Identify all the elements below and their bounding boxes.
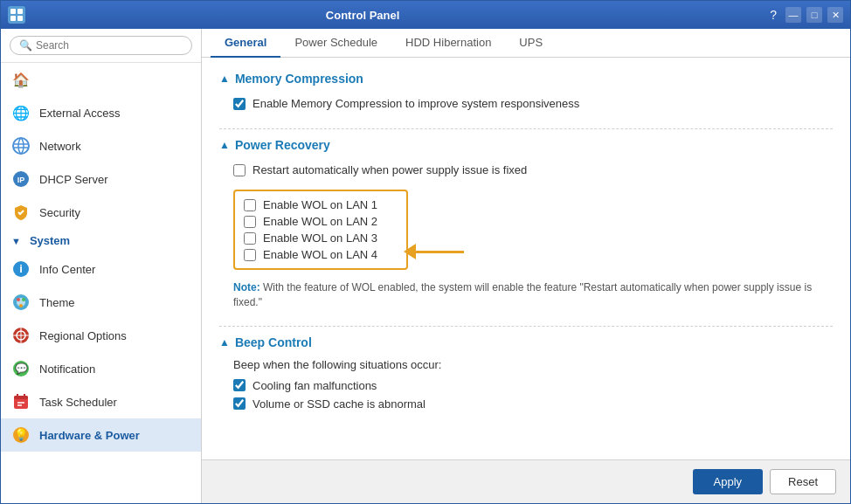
wol-lan3-checkbox[interactable] <box>244 232 256 245</box>
sidebar-label-security: Security <box>39 206 80 219</box>
hardware-power-icon: 💡 <box>11 425 31 445</box>
panel-content: ▲ Memory Compression Enable Memory Compr… <box>202 58 850 459</box>
sidebar-label-task-scheduler: Task Scheduler <box>39 396 117 409</box>
svg-point-4 <box>13 138 29 154</box>
wol-lan4-checkbox[interactable] <box>244 249 256 261</box>
section-body-memory-compression: Enable Memory Compression to improve sys… <box>219 94 833 113</box>
home-icon: 🏠 <box>11 70 31 89</box>
sidebar-item-regional[interactable]: Regional Options <box>1 319 201 352</box>
sidebar-item-network[interactable]: Network <box>1 129 201 162</box>
svg-point-13 <box>17 298 20 301</box>
window-title: Control Panel <box>25 9 700 22</box>
tab-hdd-hibernation[interactable]: HDD Hibernation <box>391 29 505 58</box>
main-window: Control Panel ? — □ ✕ 🔍 🏠 🌐 External <box>0 0 851 504</box>
chevron-icon-beep: ▲ <box>219 336 230 349</box>
svg-rect-0 <box>10 9 16 14</box>
svg-rect-1 <box>17 9 23 14</box>
svg-point-14 <box>22 298 25 301</box>
search-input[interactable] <box>36 39 183 52</box>
wol-lan4-label: Enable WOL on LAN 4 <box>263 248 377 261</box>
svg-text:💬: 💬 <box>15 362 28 375</box>
note-content: With the feature of WOL enabled, the sys… <box>233 281 812 308</box>
tab-ups[interactable]: UPS <box>505 29 557 58</box>
restart-auto-label: Restart automatically when power supply … <box>253 163 527 176</box>
sidebar-item-notification[interactable]: 💬 Notification <box>1 352 201 385</box>
sidebar-section-system: ▼ System <box>1 229 201 252</box>
theme-icon <box>11 293 31 312</box>
wol-row-lan3: Enable WOL on LAN 3 <box>244 230 398 246</box>
restart-auto-checkbox[interactable] <box>233 164 246 176</box>
checkbox-row-cooling-fan: Cooling fan malfunctions <box>233 376 833 395</box>
cooling-fan-label: Cooling fan malfunctions <box>253 379 377 392</box>
svg-rect-23 <box>14 396 28 399</box>
search-box: 🔍 <box>10 36 192 55</box>
title-bar-left <box>8 6 25 24</box>
arrow-annotation <box>404 244 464 259</box>
wol-row-lan1: Enable WOL on LAN 1 <box>244 197 398 213</box>
sidebar-label-theme: Theme <box>39 296 74 309</box>
sidebar-label-hardware-power: Hardware & Power <box>39 429 140 442</box>
svg-rect-2 <box>10 16 16 21</box>
section-label-power-recovery: Power Recovery <box>235 138 330 152</box>
sidebar-label-notification: Notification <box>39 362 95 376</box>
volume-ssd-label: Volume or SSD cache is abnormal <box>253 397 426 411</box>
wol-lan3-label: Enable WOL on LAN 3 <box>263 231 377 245</box>
sidebar: 🔍 🏠 🌐 External Access <box>1 29 202 503</box>
sidebar-label-info-center: Info Center <box>39 263 95 276</box>
section-memory-compression: ▲ Memory Compression Enable Memory Compr… <box>219 72 833 113</box>
wol-lan2-label: Enable WOL on LAN 2 <box>263 215 377 228</box>
section-body-power-recovery: Restart automatically when power supply … <box>219 161 833 310</box>
tab-power-schedule[interactable]: Power Schedule <box>280 29 391 58</box>
sidebar-item-hardware-power[interactable]: 💡 Hardware & Power <box>1 418 201 452</box>
section-beep-control: ▲ Beep Control Beep when the following s… <box>219 335 833 413</box>
sidebar-item-task-scheduler[interactable]: Task Scheduler <box>1 385 201 418</box>
divider-1 <box>219 128 833 129</box>
svg-rect-3 <box>17 16 23 21</box>
sidebar-item-theme[interactable]: Theme <box>1 286 201 319</box>
volume-ssd-checkbox[interactable] <box>233 397 246 410</box>
tab-general[interactable]: General <box>211 29 280 58</box>
security-icon <box>11 203 31 222</box>
note-label: Note: <box>233 281 260 293</box>
apply-button[interactable]: Apply <box>693 469 764 494</box>
wol-lan1-checkbox[interactable] <box>244 199 256 211</box>
sidebar-item-home[interactable]: 🏠 <box>1 63 201 96</box>
close-button[interactable]: ✕ <box>827 7 843 23</box>
section-power-recovery: ▲ Power Recovery Restart automatically w… <box>219 138 833 310</box>
sidebar-label-network: Network <box>39 140 81 153</box>
info-center-icon: i <box>11 259 31 279</box>
task-scheduler-icon <box>11 392 31 411</box>
wol-note: Note: With the feature of WOL enabled, t… <box>233 280 833 310</box>
svg-text:i: i <box>19 262 23 275</box>
sidebar-label-dhcp: DHCP Server <box>39 173 108 186</box>
sidebar-search-container: 🔍 <box>1 29 201 63</box>
svg-text:IP: IP <box>17 176 25 184</box>
enable-mc-label: Enable Memory Compression to improve sys… <box>253 97 579 110</box>
sidebar-item-security[interactable]: Security <box>1 196 201 229</box>
section-title-beep-control: ▲ Beep Control <box>219 335 833 349</box>
sidebar-item-external-access[interactable]: 🌐 External Access <box>1 96 201 129</box>
wol-lan2-checkbox[interactable] <box>244 216 256 228</box>
checkbox-row-volume-ssd: Volume or SSD cache is abnormal <box>233 395 833 413</box>
section-title-memory-compression: ▲ Memory Compression <box>219 72 833 86</box>
enable-mc-checkbox[interactable] <box>233 98 246 110</box>
window-controls: ? — □ ✕ <box>770 7 843 23</box>
arrow-head-icon <box>404 244 416 259</box>
reset-button[interactable]: Reset <box>770 469 836 494</box>
help-button[interactable]: ? <box>770 8 777 22</box>
chevron-icon-memory: ▲ <box>219 72 230 85</box>
section-body-beep-control: Beep when the following situations occur… <box>219 358 833 413</box>
content-area: 🔍 🏠 🌐 External Access <box>1 29 850 503</box>
section-title-power-recovery: ▲ Power Recovery <box>219 138 833 152</box>
notification-icon: 💬 <box>11 359 31 378</box>
main-panel: General Power Schedule HDD Hibernation U… <box>202 29 850 503</box>
maximize-button[interactable]: □ <box>806 7 822 23</box>
sidebar-label-system: System <box>30 234 70 247</box>
wol-row-lan2: Enable WOL on LAN 2 <box>244 213 398 230</box>
minimize-button[interactable]: — <box>785 7 801 23</box>
cooling-fan-checkbox[interactable] <box>233 379 246 391</box>
wol-row-lan4: Enable WOL on LAN 4 <box>244 246 398 263</box>
sidebar-item-dhcp[interactable]: IP DHCP Server <box>1 162 201 196</box>
chevron-icon-power: ▲ <box>219 139 230 151</box>
sidebar-item-info-center[interactable]: i Info Center <box>1 252 201 286</box>
